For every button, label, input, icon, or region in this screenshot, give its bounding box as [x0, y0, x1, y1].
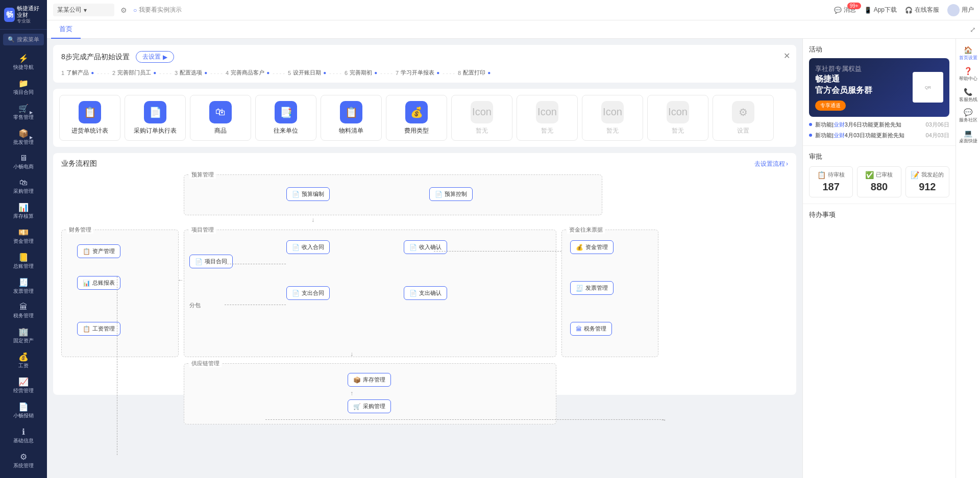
user-menu[interactable]: 用户 — [947, 4, 974, 16]
tax-mgmt-node[interactable]: 🏛税务管理 — [570, 322, 612, 336]
sidebar-item-14[interactable]: 📄小畅报销 — [11, 398, 36, 423]
income-contract-node[interactable]: 📄收入合同 — [286, 240, 330, 254]
step-3: 4完善商品客户 ● — [226, 69, 270, 77]
approval-card-1[interactable]: ✅ 已审核 880 — [857, 166, 901, 197]
join-button[interactable]: 专享通道 — [815, 100, 846, 111]
approval-card-2[interactable]: 📝 我发起的 912 — [905, 166, 949, 197]
flow-settings-link[interactable]: 去设置流程 › — [754, 160, 788, 168]
sidebar-item-6[interactable]: 📊库存核算 — [11, 198, 36, 223]
expense-confirm-node[interactable]: 📄支出确认 — [404, 286, 447, 300]
nav-icon-0: ⚡ — [18, 54, 29, 63]
quick-card-1[interactable]: 📄 采购订单执行表 — [125, 95, 186, 141]
quick-card-2[interactable]: 🛍 商品 — [190, 95, 251, 141]
demo-link[interactable]: ○ 我要看实例演示 — [133, 6, 182, 14]
quick-card-3[interactable]: 📑 往来单位 — [255, 95, 316, 141]
fund-mgmt-node[interactable]: 💰资金管理 — [570, 240, 614, 254]
sidebar-item-0[interactable]: ⚡快捷导航 — [11, 49, 36, 74]
nav-icon-13: 📈 — [18, 377, 29, 387]
inventory-mgmt-node[interactable]: 📦库存管理 — [348, 373, 391, 387]
news-text-1: 新功能|业财4月03日功能更新抢先知 — [815, 132, 923, 139]
news-dot-0 — [809, 123, 812, 126]
main-area: 某某公司 ▾ ⚙ ○ 我要看实例演示 💬 消息 99+ 📱 App下载 🎧 在线… — [47, 0, 980, 478]
activity-title: 活动 — [809, 45, 949, 54]
nav-icon-12: 💰 — [18, 352, 29, 362]
nav-label-9: 发票管理 — [13, 288, 34, 294]
setup-close-button[interactable]: ✕ — [783, 51, 790, 61]
quick-label-7: 暂无 — [541, 127, 553, 135]
quick-card-10[interactable]: ⚙ 设置 — [713, 95, 774, 141]
sidebar-item-16[interactable]: ⚙系统管理 — [11, 448, 36, 473]
asset-icon: 📋 — [83, 248, 90, 255]
budget-compile-node[interactable]: 📄预算编制 — [286, 187, 330, 201]
far-nav-icon-3: 💬 — [964, 108, 972, 116]
app-download-button[interactable]: 📱 App下载 — [864, 6, 897, 14]
quick-label-8: 暂无 — [606, 127, 619, 135]
sidebar-item-12[interactable]: 💰工资 — [11, 348, 36, 373]
sidebar-item-4[interactable]: 🖥小畅电商 — [11, 149, 36, 174]
content-area: 8步完成产品初始设置 去设置 ▶ ✕ 1了解产品 ● - - - - 2完善部门… — [47, 39, 980, 478]
sidebar-item-11[interactable]: 🏢固定资产 — [11, 323, 36, 348]
finance-group: 财务管理 📋资产管理 📊总账报表 📋工资管理 — [61, 230, 179, 357]
sidebar-item-5[interactable]: 🛍采购管理 — [11, 174, 36, 198]
far-nav-item-1[interactable]: ❓ 帮助中心 — [957, 64, 979, 85]
dashed-income-fund — [434, 251, 561, 251]
tab-home[interactable]: 首页 — [51, 20, 81, 39]
budget-group: 预算管理 📄预算编制 📄预算控制 — [184, 174, 602, 215]
ledger-report-node[interactable]: 📊总账报表 — [77, 276, 120, 290]
nav-icon-1: 📁 — [18, 79, 29, 88]
nav-icon-2: 🛒 — [18, 104, 29, 113]
project-contract-node[interactable]: 📄项目合同 — [189, 255, 233, 268]
quick-card-7[interactable]: Icon 暂无 — [517, 95, 578, 141]
sidebar-item-8[interactable]: 📒总账管理 — [11, 248, 36, 273]
news-item-0[interactable]: 新功能|业财3月6日功能更新抢先知 03月06日 — [809, 121, 949, 129]
service-icon: 🎧 — [905, 7, 913, 14]
sidebar-item-13[interactable]: 📈经营管理 — [11, 373, 36, 398]
far-nav-item-3[interactable]: 💬 服务社区 — [957, 105, 979, 126]
invoice-mgmt-node[interactable]: 🧾发票管理 — [570, 281, 614, 295]
far-nav-item-2[interactable]: 📞 客服热线 — [957, 85, 979, 106]
online-service-button[interactable]: 🎧 在线客服 — [905, 6, 939, 14]
fund-group: 资金往来票据 💰资金管理 🧾发票管理 🏛税务管理 — [561, 230, 658, 357]
dashed-bottom — [265, 419, 664, 420]
message-icon: 💬 — [834, 7, 842, 14]
payroll-mgmt-node[interactable]: 📋工资管理 — [77, 322, 120, 336]
approval-icon-1: ✅ — [865, 171, 874, 179]
settings-icon[interactable]: ⚙ — [120, 6, 127, 14]
nav-icon-11: 🏢 — [18, 327, 29, 337]
budget-control-node[interactable]: 📄预算控制 — [429, 187, 473, 201]
quick-card-9[interactable]: Icon 暂无 — [647, 95, 708, 141]
sidebar-item-10[interactable]: 🏛税务管理 — [11, 298, 36, 323]
nav-label-15: 基础信息 — [13, 438, 34, 444]
far-nav-item-4[interactable]: 💻 桌面快捷 — [957, 126, 979, 147]
news-item-1[interactable]: 新功能|业财4月03日功能更新抢先知 04月03日 — [809, 132, 949, 139]
sidebar-item-7[interactable]: 💴资金管理 — [11, 223, 36, 248]
far-nav-item-0[interactable]: 🏠 首页设置 — [957, 43, 979, 64]
fund-group-label: 资金往来票据 — [567, 226, 605, 234]
dashed-project-expense — [225, 305, 286, 305]
sidebar-item-2[interactable]: 🛒零售管理▶ — [11, 99, 36, 124]
purchase-mgmt-node[interactable]: 🛒采购管理 — [348, 399, 391, 413]
quick-card-0[interactable]: 📋 进货单统计表 — [59, 95, 120, 141]
search-menu[interactable]: 🔍 搜索菜单 — [3, 34, 44, 45]
sidebar-item-1[interactable]: 📁项目合同 — [11, 74, 36, 99]
quick-card-4[interactable]: 📋 物料清单 — [321, 95, 382, 141]
expense-contract-node[interactable]: 📄支出合同 — [286, 286, 330, 300]
income-contract-icon: 📄 — [292, 244, 300, 251]
go-settings-button[interactable]: 去设置 ▶ — [136, 51, 174, 63]
sidebar-item-3[interactable]: 📦批发管理▶ — [11, 124, 36, 149]
company-selector[interactable]: 某某公司 ▾ — [53, 4, 114, 16]
message-button[interactable]: 💬 消息 99+ — [834, 6, 856, 14]
approval-card-0[interactable]: 📋 待审核 187 — [809, 166, 853, 197]
sidebar-item-15[interactable]: ℹ基础信息 — [11, 423, 36, 448]
sidebar-item-17[interactable]: 🤝企业协同 — [11, 473, 36, 478]
quick-card-5[interactable]: 💰 费用类型 — [386, 95, 447, 141]
sidebar-item-9[interactable]: 🧾发票管理 — [11, 273, 36, 298]
budget-control-icon: 📄 — [435, 191, 443, 198]
quick-card-8[interactable]: Icon 暂无 — [582, 95, 643, 141]
fullscreen-button[interactable]: ⤢ — [970, 26, 976, 34]
banner-sub: 享社群专属权益 — [815, 64, 872, 73]
asset-mgmt-node[interactable]: 📋资产管理 — [77, 244, 120, 258]
quick-label-1: 采购订单执行表 — [134, 127, 177, 135]
income-confirm-node[interactable]: 📄收入确认 — [404, 240, 447, 254]
quick-card-6[interactable]: Icon 暂无 — [451, 95, 512, 141]
